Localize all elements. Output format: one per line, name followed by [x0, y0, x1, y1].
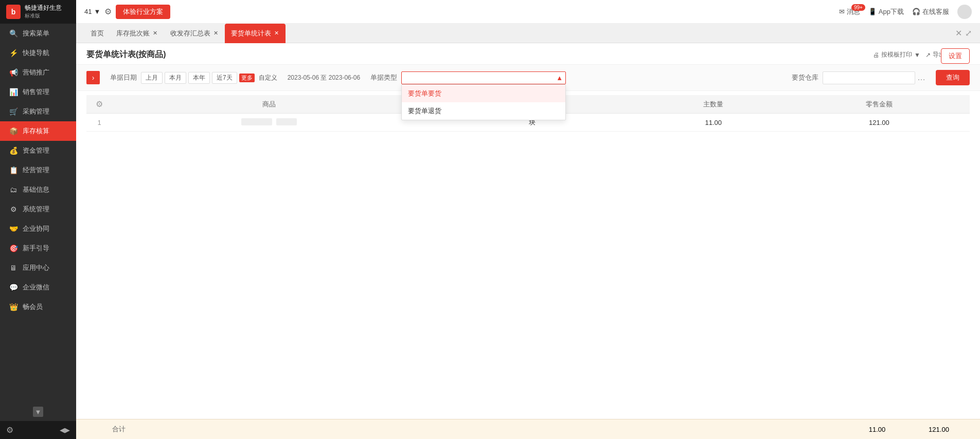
tab-label: 要货单统计表 [231, 29, 271, 38]
type-dropdown-arrow[interactable]: ▲ [556, 74, 563, 82]
download-icon: 📱 [868, 8, 877, 15]
tab-close-icon[interactable]: ✕ [153, 30, 157, 36]
sidebar-item-label: 资金管理 [23, 146, 49, 155]
sidebar-item-label: 采购管理 [23, 107, 49, 116]
settings-btn[interactable]: 设置 [941, 48, 970, 64]
sidebar-item-icon: 📢 [8, 68, 19, 77]
sidebar-item-系统管理[interactable]: ⚙系统管理 [0, 199, 76, 219]
col-settings-icon[interactable]: ⚙ [96, 100, 103, 108]
sidebar-item-label: 快捷导航 [23, 48, 49, 58]
date-more-badge[interactable]: 更多 [239, 74, 255, 82]
tab-label: 收发存汇总表 [170, 29, 210, 38]
tab-close-all-icon[interactable]: ✕ [955, 28, 962, 38]
sidebar-item-label: 畅会员 [23, 302, 43, 312]
tab-库存批次账[interactable]: 库存批次账✕ [110, 24, 164, 43]
topbar-settings-icon[interactable]: ⚙ [104, 7, 112, 16]
tab-home[interactable]: 首页 [84, 24, 110, 43]
sidebar-item-经营管理[interactable]: 📋经营管理 [0, 160, 76, 180]
sidebar-item-企业微信[interactable]: 💬企业微信 [0, 278, 76, 297]
tab-label: 库存批次账 [116, 29, 150, 38]
page-header: 要货单统计表(按商品) 🖨 按模板打印 ▼ ↗ 导出 ↻ 刷新 [76, 43, 980, 65]
date-buttons: 上月本月本年近7天更多 [141, 72, 255, 84]
logo-icon: b [6, 5, 21, 19]
warehouse-filter: 要货仓库 … [792, 71, 925, 84]
sidebar-item-icon: 🛒 [8, 107, 19, 116]
print-dropdown-icon: ▼ [914, 51, 920, 59]
sidebar-item-icon: ⚙ [8, 205, 19, 213]
type-input[interactable] [401, 71, 566, 84]
sidebar-item-label: 应用中心 [23, 263, 49, 272]
warehouse-input[interactable] [823, 71, 915, 84]
tabs-controls: ✕ ⤢ [955, 28, 972, 38]
col-product: 商品 [112, 95, 426, 114]
footer-amount: 121.00 [908, 426, 970, 433]
warehouse-label: 要货仓库 [792, 73, 818, 82]
row-num: 1 [86, 114, 112, 132]
page-title: 要货单统计表(按商品) [86, 49, 166, 60]
type-dropdown: 要货单要货 要货单退货 [401, 84, 566, 120]
date-range: 2023-05-06 至 2023-06-06 [288, 74, 360, 82]
tab-expand-icon[interactable]: ⤢ [965, 28, 972, 38]
app-download-btn[interactable]: 📱 App下载 [868, 7, 904, 16]
date-btn-上月[interactable]: 上月 [141, 72, 163, 84]
online-service-btn[interactable]: 🎧 在线客服 [912, 7, 949, 16]
sidebar-item-销售管理[interactable]: 📊销售管理 [0, 82, 76, 102]
footer-row: 合计 11.00 121.00 [86, 425, 970, 434]
sidebar-item-畅会员[interactable]: 👑畅会员 [0, 297, 76, 317]
date-label: 单据日期 [110, 73, 137, 82]
query-btn[interactable]: 查询 [936, 70, 970, 85]
sidebar-item-label: 搜索菜单 [23, 29, 49, 38]
sidebar-item-快捷导航[interactable]: ⚡快捷导航 [0, 43, 76, 63]
date-btn-本年[interactable]: 本年 [188, 72, 210, 84]
row-qty: 11.00 [638, 114, 789, 132]
sidebar-item-icon: 🖥 [8, 264, 19, 272]
sidebar-item-icon: 👑 [8, 303, 19, 311]
tab-收发存汇总表[interactable]: 收发存汇总表✕ [164, 24, 225, 43]
sidebar-item-icon: 🗂 [8, 186, 19, 194]
sidebar-item-基础信息[interactable]: 🗂基础信息 [0, 180, 76, 199]
industry-btn[interactable]: 体验行业方案 [116, 5, 170, 19]
warehouse-more-icon[interactable]: … [917, 73, 925, 82]
topbar-right: ✉ 消息 99+ 📱 App下载 🎧 在线客服 [839, 5, 972, 19]
sidebar-item-icon: 🤝 [8, 225, 19, 233]
dropdown-option-2[interactable]: 要货单退货 [402, 102, 565, 120]
sidebar-footer: ⚙ ◀▶ [0, 421, 76, 439]
store-selector[interactable]: 41 ▼ [84, 8, 100, 15]
dropdown-option-1[interactable]: 要货单要货 [402, 85, 565, 102]
sidebar-collapse-icon[interactable]: ◀▶ [60, 426, 70, 434]
sidebar-item-label: 新手引导 [23, 244, 49, 253]
sidebar-item-营销推广[interactable]: 📢营销推广 [0, 63, 76, 82]
sidebar-settings-icon[interactable]: ⚙ [6, 425, 13, 435]
sidebar-item-搜索菜单[interactable]: 🔍搜索菜单 [0, 24, 76, 43]
col-amount: 零售金额 [789, 95, 970, 114]
tab-close-icon[interactable]: ✕ [213, 30, 218, 36]
print-icon: 🖨 [873, 51, 879, 59]
tab-要货单统计表[interactable]: 要货单统计表✕ [225, 24, 286, 43]
warehouse-input-wrap: … [823, 71, 925, 84]
user-avatar[interactable] [957, 5, 972, 19]
sidebar-item-采购管理[interactable]: 🛒采购管理 [0, 102, 76, 121]
sidebar-item-label: 企业协同 [23, 224, 49, 233]
filter-expand-btn[interactable]: › [86, 71, 100, 84]
date-btn-本月[interactable]: 本月 [165, 72, 186, 84]
tab-bar: 首页 库存批次账✕收发存汇总表✕要货单统计表✕ ✕ ⤢ [76, 24, 980, 43]
app-logo: b 畅捷通好生意 标准版 [0, 0, 76, 24]
sidebar-item-icon: 🎯 [8, 244, 19, 252]
sidebar-item-库存核算[interactable]: 📦库存核算 [0, 121, 76, 141]
tab-close-icon[interactable]: ✕ [274, 30, 279, 36]
sidebar-scroll-down[interactable]: ▼ [33, 407, 43, 417]
row-amount: 121.00 [789, 114, 970, 132]
sidebar-item-icon: 📦 [8, 127, 19, 135]
print-btn[interactable]: 🖨 按模板打印 ▼ [873, 50, 920, 59]
sidebar-item-资金管理[interactable]: 💰资金管理 [0, 141, 76, 160]
type-filter: 单据类型 ▲ 要货单要货 要货单退货 [370, 71, 781, 84]
sidebar-nav: 🔍搜索菜单⚡快捷导航📢营销推广📊销售管理🛒采购管理📦库存核算💰资金管理📋经营管理… [0, 24, 76, 403]
date-custom-btn[interactable]: 自定义 [259, 74, 277, 82]
topbar: 41 ▼ ⚙ 体验行业方案 ✉ 消息 99+ 📱 App下载 🎧 在线客服 [76, 0, 980, 24]
sidebar-item-企业协同[interactable]: 🤝企业协同 [0, 219, 76, 239]
message-btn[interactable]: ✉ 消息 99+ [839, 7, 860, 16]
date-btn-近7天[interactable]: 近7天 [212, 72, 237, 84]
sidebar-item-应用中心[interactable]: 🖥应用中心 [0, 258, 76, 278]
sidebar-item-新手引导[interactable]: 🎯新手引导 [0, 239, 76, 258]
sidebar-item-label: 经营管理 [23, 166, 49, 175]
